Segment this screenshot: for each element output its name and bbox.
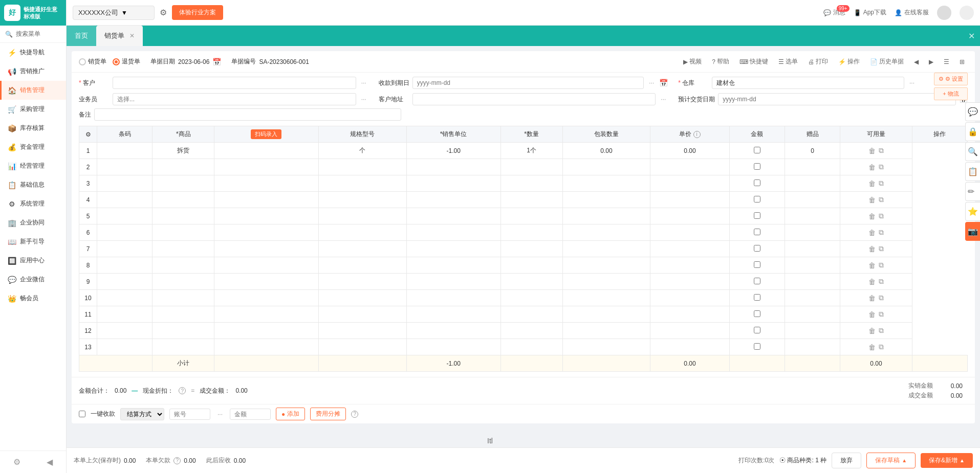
row-product[interactable]: 拆货 — [153, 143, 214, 159]
row-pkg-qty[interactable]: 1个 — [500, 143, 562, 159]
calc-method-select[interactable]: 结算方式 — [120, 408, 164, 420]
copy-row-btn[interactable]: ⧉ — [879, 212, 884, 220]
message-btn[interactable]: 💬 消息 99+ — [823, 8, 845, 17]
col-gear[interactable]: ⚙ — [79, 126, 97, 143]
gift-checkbox[interactable] — [754, 343, 760, 350]
row-spec[interactable] — [214, 143, 319, 159]
right-float-btn-1[interactable]: 💬 — [965, 102, 980, 121]
sidebar-item-member[interactable]: 👑 畅会员 — [0, 289, 66, 308]
copy-row-btn[interactable]: ⧉ — [879, 294, 884, 302]
salesperson-input[interactable] — [113, 93, 356, 105]
account-dots-btn[interactable]: ··· — [215, 411, 225, 418]
customer-addr-input[interactable] — [412, 93, 656, 105]
save-new-button[interactable]: 保存&新增 ▲ — [921, 453, 973, 468]
sidebar-item-quick-nav[interactable]: ⚡ 快捷导航 — [0, 43, 66, 62]
customer-dots-btn[interactable]: ··· — [359, 79, 368, 86]
product-kind-info[interactable]: ☉ 商品种类: 1 种 — [779, 456, 826, 465]
warehouse-dots-btn[interactable]: ··· — [907, 79, 917, 86]
copy-row-btn[interactable]: ⧉ — [879, 195, 884, 204]
tab-home[interactable]: 首页 — [67, 26, 96, 46]
gift-checkbox[interactable] — [754, 261, 760, 268]
tab-sales-order[interactable]: 销货单 ✕ — [96, 26, 143, 46]
sidebar-item-wechat[interactable]: 💬 企业微信 — [0, 270, 66, 289]
delete-row-btn[interactable]: 🗑 — [868, 278, 876, 286]
customer-addr-dots-btn[interactable]: ··· — [659, 96, 668, 103]
amount-input[interactable] — [230, 409, 271, 420]
user-avatar-extra[interactable] — [960, 6, 974, 20]
copy-row-btn[interactable]: ⧉ — [879, 163, 884, 171]
copy-row-btn[interactable]: ⧉ — [879, 228, 884, 237]
row-unit[interactable]: 个 — [318, 143, 406, 159]
gift-checkbox[interactable] — [754, 147, 760, 153]
grid-view-btn[interactable]: ⊞ — [956, 57, 968, 66]
select-btn[interactable]: ☰ 选单 — [775, 56, 801, 67]
delete-row-btn[interactable]: 🗑 — [868, 294, 876, 302]
gift-checkbox[interactable] — [754, 278, 760, 284]
company-selector[interactable]: XXXXXX公司 ▼ — [73, 6, 155, 20]
row-amount[interactable]: 0.00 — [650, 143, 729, 159]
row-price[interactable]: 0.00 — [562, 143, 650, 159]
user-avatar[interactable] — [937, 6, 951, 20]
gift-checkbox[interactable] — [754, 163, 760, 170]
sidebar-collapse-btn[interactable]: ◀ — [43, 454, 56, 470]
right-float-btn-7[interactable]: 📷 — [965, 222, 980, 241]
gift-checkbox[interactable] — [754, 245, 760, 252]
gift-checkbox[interactable] — [754, 212, 760, 219]
due-date-input[interactable] — [412, 77, 644, 89]
customer-input[interactable] — [113, 77, 356, 89]
sidebar-item-guide[interactable]: 📖 新手引导 — [0, 232, 66, 251]
delivery-date-input[interactable] — [718, 93, 956, 105]
tab-close-btn[interactable]: ✕ — [129, 32, 135, 39]
copy-row-btn[interactable]: ⧉ — [879, 244, 884, 253]
copy-row-btn[interactable]: ⧉ — [879, 261, 884, 269]
gift-checkbox[interactable] — [754, 196, 760, 202]
save-draft-button[interactable]: 保存草稿 ▲ — [866, 453, 916, 468]
delete-row-btn[interactable]: 🗑 — [868, 245, 876, 253]
sidebar-item-system[interactable]: ⚙ 系统管理 — [0, 194, 66, 213]
help-btn[interactable]: ? 帮助 — [709, 56, 732, 67]
date-calendar-icon[interactable]: 📅 — [212, 58, 221, 66]
copy-row-btn[interactable]: ⧉ — [879, 146, 884, 155]
radio-return[interactable]: 退货单 — [113, 57, 140, 66]
right-float-btn-2[interactable]: 🔒 — [965, 122, 980, 141]
settings-side-btn[interactable]: ⚙ ⚙ 设置 — [934, 73, 968, 85]
sidebar-item-sales[interactable]: 🏠 销售管理 — [0, 81, 66, 100]
owe-help-icon[interactable]: ? — [173, 457, 181, 464]
gift-checkbox[interactable] — [754, 179, 760, 186]
shortcut-btn[interactable]: ⌨ 快捷键 — [736, 56, 771, 67]
discount-help-icon[interactable]: ? — [179, 387, 186, 394]
sidebar-item-inventory[interactable]: 📦 库存核算 — [0, 119, 66, 138]
copy-row-btn[interactable]: ⧉ — [879, 179, 884, 188]
sidebar-item-operation[interactable]: 📊 经营管理 — [0, 156, 66, 175]
discard-button[interactable]: 放弃 — [832, 453, 861, 468]
radio-sales[interactable]: 销货单 — [79, 57, 106, 66]
due-date-calendar-icon[interactable]: 📅 — [659, 79, 668, 87]
row-gift[interactable] — [729, 143, 785, 159]
right-float-btn-3[interactable]: 🔍 — [965, 142, 980, 161]
delete-row-btn[interactable]: 🗑 — [868, 196, 876, 204]
operation-btn[interactable]: ⚡ 操作 — [835, 56, 863, 67]
sidebar-item-purchase[interactable]: 🛒 采购管理 — [0, 100, 66, 119]
price-help-icon[interactable]: i — [693, 131, 701, 138]
delete-row-btn[interactable]: 🗑 — [868, 310, 876, 319]
gift-checkbox[interactable] — [754, 327, 760, 333]
trial-button[interactable]: 体验行业方案 — [172, 5, 223, 20]
gift-checkbox[interactable] — [754, 294, 760, 301]
note-input[interactable] — [94, 108, 401, 121]
header-gear-icon[interactable]: ⚙ — [160, 8, 167, 17]
one-click-payment-checkbox[interactable] — [79, 411, 85, 417]
row-barcode[interactable] — [97, 143, 153, 159]
sidebar-item-enterprise[interactable]: 🏢 企业协同 — [0, 213, 66, 232]
delete-row-btn[interactable]: 🗑 — [868, 212, 876, 220]
warehouse-input[interactable] — [712, 77, 904, 89]
right-float-btn-5[interactable]: ✏ — [965, 182, 980, 201]
video-btn[interactable]: ▶ 视频 — [680, 56, 705, 67]
salesperson-dots-btn[interactable]: ··· — [359, 96, 368, 103]
delete-row-btn[interactable]: 🗑 — [868, 327, 876, 335]
copy-row-btn[interactable]: ⧉ — [879, 277, 884, 286]
delete-row-btn[interactable]: 🗑 — [868, 229, 876, 237]
scan-input-btn[interactable]: 扫码录入 — [251, 129, 281, 139]
delete-row-btn[interactable]: 🗑 — [868, 343, 876, 351]
logistics-side-btn[interactable]: + 物流 — [934, 87, 968, 100]
delete-row-btn[interactable]: 🗑 — [868, 163, 876, 171]
